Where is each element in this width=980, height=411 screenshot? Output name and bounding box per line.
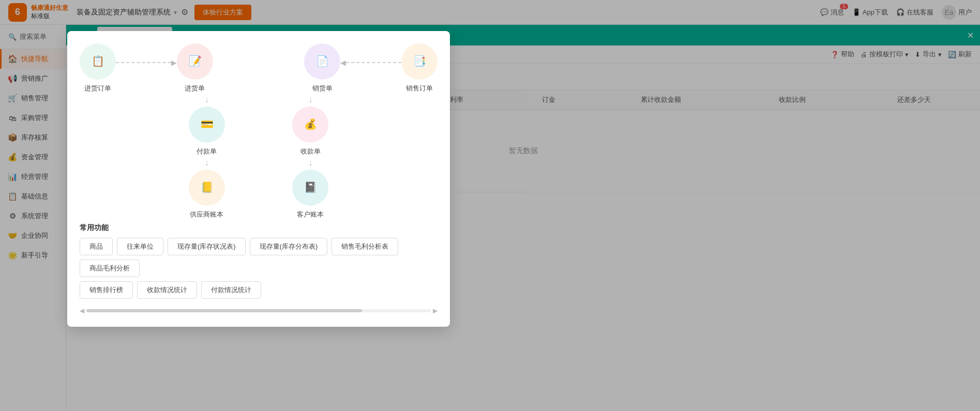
functions-row-2: 销售排行榜收款情况统计付款情况统计 (80, 281, 438, 299)
down-arrow-customer: ↓ (308, 158, 312, 168)
receipt-slip-icon[interactable]: 💰 (292, 106, 328, 143)
func-btn-收款情况统计[interactable]: 收款情况统计 (137, 281, 197, 299)
purchase-slip-icon[interactable]: 📝 (177, 43, 213, 80)
scrollbar-thumb[interactable] (86, 309, 362, 312)
func-btn-销售排行榜[interactable]: 销售排行榜 (80, 281, 133, 299)
func-btn-商品毛利分析[interactable]: 商品毛利分析 (80, 260, 140, 277)
sales-slip-node: 📄 销货单 (304, 43, 340, 93)
spacer5 (238, 158, 279, 219)
payment-col: ↓ 💳 付款单 (181, 95, 233, 156)
modal-scrollbar: ◀ ▶ (80, 307, 438, 314)
functions-row-1: 商品往来单位现存量(库存状况表)现存量(库存分布表)销售毛利分析表商品毛利分析 (80, 238, 438, 277)
purchase-down-area (82, 95, 175, 156)
svg-text:📑: 📑 (413, 55, 426, 67)
scroll-left-icon[interactable]: ◀ (80, 307, 84, 314)
down-arrow-supplier: ↓ (205, 158, 209, 168)
common-functions: 常用功能 商品往来单位现存量(库存状况表)现存量(库存分布表)销售毛利分析表商品… (80, 223, 438, 299)
purchase-order-node: 📋 进货订单 (80, 43, 116, 93)
sales-slip-icon[interactable]: 📄 (304, 43, 340, 80)
modal-overlay: 📋 进货订单 ▶ 📝 进货单 (0, 0, 980, 411)
sales-order-label: 销售订单 (406, 84, 433, 93)
func-btn-销售毛利分析表[interactable]: 销售毛利分析表 (331, 238, 398, 255)
payment-slip-icon[interactable]: 💳 (189, 106, 225, 143)
customer-ledger-icon[interactable]: 📓 (292, 170, 328, 206)
sales-order-node: 📑 销售订单 (401, 43, 438, 93)
svg-text:📒: 📒 (200, 181, 213, 193)
func-btn-付款情况统计[interactable]: 付款情况统计 (201, 281, 261, 299)
spacer2 (238, 95, 279, 156)
func-btn-现存量(库存分布表)[interactable]: 现存量(库存分布表) (250, 238, 328, 255)
arrow-so-ss: ◀ (340, 58, 401, 78)
scroll-right-icon[interactable]: ▶ (433, 307, 438, 314)
supplier-ledger-label: 供应商账本 (190, 210, 223, 219)
sales-slip-label: 销货单 (312, 84, 333, 93)
common-functions-title: 常用功能 (80, 223, 438, 233)
receipt-slip-label: 收款单 (300, 147, 321, 156)
svg-text:📝: 📝 (188, 55, 201, 67)
svg-text:💳: 💳 (200, 118, 213, 130)
down-arrow-receipt: ↓ (308, 95, 312, 104)
arrow-po-ps: ▶ (116, 58, 177, 78)
supplier-ledger-col: ↓ 📒 供应商账本 (181, 158, 233, 219)
func-btn-往来单位[interactable]: 往来单位 (117, 238, 163, 255)
svg-text:📓: 📓 (304, 181, 317, 193)
down-arrow-payment: ↓ (205, 95, 209, 104)
customer-ledger-col: ↓ 📓 客户账本 (284, 158, 336, 219)
purchase-slip-label: 进货单 (185, 84, 205, 93)
flow-top-row: 📋 进货订单 ▶ 📝 进货单 (80, 43, 438, 93)
spacer3 (342, 95, 435, 156)
svg-text:💰: 💰 (304, 118, 317, 130)
spacer6 (342, 158, 435, 219)
func-btn-商品[interactable]: 商品 (80, 238, 113, 255)
scrollbar-track (86, 309, 431, 312)
payment-slip-label: 付款单 (197, 147, 217, 156)
purchase-order-label: 进货订单 (84, 84, 111, 93)
svg-text:📄: 📄 (316, 55, 329, 67)
quick-nav-modal: 📋 进货订单 ▶ 📝 进货单 (67, 31, 450, 327)
receipt-col: ↓ 💰 收款单 (284, 95, 336, 156)
purchase-slip-node: 📝 进货单 (177, 43, 213, 93)
flow-mid-section: ↓ 💳 付款单 ↓ 💰 收款单 (80, 95, 438, 156)
customer-ledger-label: 客户账本 (297, 210, 324, 219)
func-btn-现存量(库存状况表)[interactable]: 现存量(库存状况表) (168, 238, 246, 255)
flow-bottom-section: ↓ 📒 供应商账本 ↓ 📓 客户账本 (80, 158, 438, 219)
supplier-ledger-icon[interactable]: 📒 (189, 170, 225, 206)
spacer4 (82, 158, 175, 219)
svg-text:📋: 📋 (92, 55, 104, 67)
flow-diagram: 📋 进货订单 ▶ 📝 进货单 (80, 43, 438, 219)
purchase-order-icon[interactable]: 📋 (80, 43, 116, 80)
sales-order-icon[interactable]: 📑 (401, 43, 438, 80)
